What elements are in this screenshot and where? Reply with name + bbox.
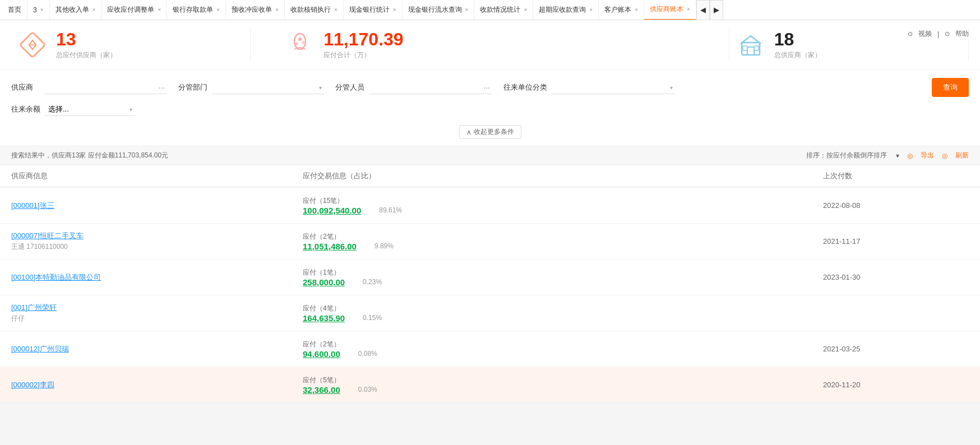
svg-point-3 bbox=[298, 38, 302, 41]
dept-select-wrapper: ▾ bbox=[212, 81, 324, 94]
supplier-link[interactable]: [001]广州荣轩 bbox=[11, 303, 57, 312]
supplier-link[interactable]: [00100]本特勤油品有限公司 bbox=[11, 273, 101, 281]
nav-customer-ledger[interactable]: 客户账本 × bbox=[599, 0, 644, 20]
supplier-link[interactable]: [000001]张三 bbox=[11, 201, 54, 210]
payable-detail: 应付（15笔）100,092,540.00 bbox=[303, 196, 361, 215]
query-button[interactable]: 查询 bbox=[932, 78, 969, 97]
close-cash-flow-icon[interactable]: × bbox=[465, 7, 469, 13]
search-row-2: 往来余额 选择... ▾ bbox=[11, 103, 969, 116]
transaction-cell: 应付（15笔）100,092,540.0089.61% bbox=[303, 196, 823, 215]
supplier-input[interactable] bbox=[44, 81, 167, 94]
close-prepay-ar-icon[interactable]: × bbox=[275, 7, 279, 13]
nav-cash-stat[interactable]: 现金银行统计 × bbox=[344, 0, 403, 20]
last-payment-date: 2021-03-25 bbox=[823, 345, 969, 353]
payable-amount[interactable]: 164,635.90 bbox=[303, 313, 345, 323]
payable-label: 应付（1笔） bbox=[303, 268, 345, 277]
payable-amount[interactable]: 32,366.00 bbox=[303, 385, 340, 395]
close-tab3-icon[interactable]: × bbox=[40, 7, 44, 13]
dept-select[interactable] bbox=[212, 81, 324, 94]
supplier-link[interactable]: [000012]广州贝瑞 bbox=[11, 345, 69, 353]
close-receipt-verify-icon[interactable]: × bbox=[334, 7, 338, 13]
supplier-contact: 王通 17106110000 bbox=[11, 242, 303, 252]
results-actions: 排序：按应付余额倒序排序▾ ◎ 导出 ◎ 刷新 bbox=[806, 151, 969, 160]
transaction-cell: 应付（1笔）258,000.000.23% bbox=[303, 268, 823, 287]
balance-field: 往来余额 选择... ▾ bbox=[11, 103, 135, 116]
nav-cash-flow[interactable]: 现金银行流水查询 × bbox=[403, 0, 475, 20]
balance-select[interactable]: 选择... bbox=[45, 103, 135, 116]
payable-amount[interactable]: 94,600.00 bbox=[303, 349, 340, 359]
refresh-button[interactable]: 刷新 bbox=[955, 151, 969, 160]
sort-label[interactable]: 排序：按应付余额倒序排序 bbox=[806, 151, 887, 160]
sort-chevron-down-icon: ▾ bbox=[896, 152, 899, 160]
nav-next-arrow[interactable]: ▶ bbox=[710, 0, 723, 20]
stat-payable-amount: 11,170.39 应付合计（万） bbox=[251, 29, 729, 61]
supplier-link[interactable]: [000007]恒旺二手叉车 bbox=[11, 231, 84, 240]
help-icon: ⊙ bbox=[945, 30, 950, 38]
close-supplier-ledger-icon[interactable]: × bbox=[687, 6, 690, 12]
nav-supplier-ledger[interactable]: 供应商账本 × bbox=[644, 0, 696, 20]
refresh-icon: ◎ bbox=[942, 152, 947, 160]
payable-amount[interactable]: 100,092,540.00 bbox=[303, 206, 361, 215]
last-payment-date: 2021-11-17 bbox=[823, 237, 969, 245]
payable-amount[interactable]: 258,000.00 bbox=[303, 277, 345, 287]
nav-overdue-ar[interactable]: 超期应收款查询 × bbox=[533, 0, 599, 20]
stat-label-payable-suppliers: 总应付供应商（家） bbox=[56, 50, 117, 60]
stat-num-payable-amount: 11,170.39 bbox=[323, 30, 403, 49]
nav-bank-deposit[interactable]: 银行存取款单 × bbox=[167, 0, 226, 20]
payable-label: 应付（4笔） bbox=[303, 304, 345, 313]
supplier-link[interactable]: [000002]李四 bbox=[11, 381, 54, 389]
supplier-info-cell: [000002]李四 bbox=[11, 380, 303, 390]
export-button[interactable]: 导出 bbox=[921, 151, 934, 160]
payable-amount[interactable]: 11,051,486.00 bbox=[303, 242, 357, 251]
supplier-input-wrapper: ··· bbox=[44, 81, 167, 94]
chevron-up-icon: ∧ bbox=[466, 128, 471, 136]
help-link[interactable]: 帮助 bbox=[955, 29, 969, 39]
category-select[interactable] bbox=[552, 81, 675, 94]
close-other-income-icon[interactable]: × bbox=[93, 7, 96, 13]
person-dots-icon[interactable]: ··· bbox=[483, 83, 490, 92]
table-row: [00100]本特勤油品有限公司应付（1笔）258,000.000.23%202… bbox=[0, 259, 980, 295]
supplier-label: 供应商 bbox=[11, 82, 39, 92]
nav-home[interactable]: 首页 bbox=[2, 0, 27, 20]
col-header-last-payment: 上次付数 bbox=[823, 171, 969, 181]
table-body: [000001]张三应付（15笔）100,092,540.0089.61%202… bbox=[0, 188, 980, 403]
payable-percentage: 0.23% bbox=[363, 278, 382, 287]
nav-prev-arrow[interactable]: ◀ bbox=[696, 0, 710, 20]
svg-point-5 bbox=[302, 41, 305, 44]
nav-prepay-ar[interactable]: 预收冲应收单 × bbox=[226, 0, 285, 20]
payable-detail: 应付（2笔）94,600.00 bbox=[303, 340, 340, 359]
table-row: [000012]广州贝瑞应付（2笔）94,600.000.08%2021-03-… bbox=[0, 331, 980, 367]
supplier-info-cell: [000012]广州贝瑞 bbox=[11, 344, 303, 354]
stat-num-total-suppliers: 18 bbox=[774, 30, 821, 49]
nav-other-income[interactable]: 其他收入单 × bbox=[50, 0, 102, 20]
close-bank-deposit-icon[interactable]: × bbox=[216, 7, 220, 13]
transaction-cell: 应付（2笔）11,051,486.009.89% bbox=[303, 232, 823, 251]
collapse-button[interactable]: ∧ 收起更多条件 bbox=[459, 125, 521, 139]
person-input[interactable] bbox=[369, 81, 492, 94]
payable-label: 应付（2笔） bbox=[303, 340, 340, 349]
supplier-info-cell: [000007]恒旺二手叉车王通 17106110000 bbox=[11, 231, 303, 252]
nav-tab3[interactable]: 3 × bbox=[27, 0, 50, 20]
supplier-dots-icon[interactable]: ··· bbox=[158, 83, 165, 92]
close-overdue-ar-icon[interactable]: × bbox=[589, 7, 593, 13]
category-field: 往来单位分类 ▾ bbox=[503, 81, 675, 94]
nav-receipt-verify[interactable]: 收款核销执行 × bbox=[285, 0, 344, 20]
supplier-field: 供应商 ··· bbox=[11, 81, 167, 94]
person-label: 分管人员 bbox=[335, 82, 364, 92]
video-link[interactable]: 视频 bbox=[918, 29, 932, 39]
table-row: [000007]恒旺二手叉车王通 17106110000应付（2笔）11,051… bbox=[0, 224, 980, 259]
table-header: 供应商信息 应付交易信息（占比） 上次付数 bbox=[0, 165, 980, 188]
export-icon: ◎ bbox=[907, 152, 913, 160]
close-ar-adjust-icon[interactable]: × bbox=[158, 7, 161, 13]
nav-receipt-stat[interactable]: 收款情况统计 × bbox=[474, 0, 533, 20]
stat-label-payable-amount: 应付合计（万） bbox=[323, 50, 403, 60]
close-customer-ledger-icon[interactable]: × bbox=[635, 7, 638, 13]
close-cash-stat-icon[interactable]: × bbox=[393, 7, 396, 13]
close-receipt-stat-icon[interactable]: × bbox=[524, 7, 527, 13]
top-navigation: 首页 3 × 其他收入单 × 应收应付调整单 × 银行存取款单 × 预收冲应收单… bbox=[0, 0, 980, 20]
last-payment-date: 2022-08-08 bbox=[823, 201, 969, 210]
collapse-bar: ∧ 收起更多条件 bbox=[11, 122, 969, 140]
stat-icon-grain bbox=[284, 29, 316, 61]
payable-percentage: 89.61% bbox=[379, 206, 402, 215]
nav-ar-adjust[interactable]: 应收应付调整单 × bbox=[101, 0, 167, 20]
